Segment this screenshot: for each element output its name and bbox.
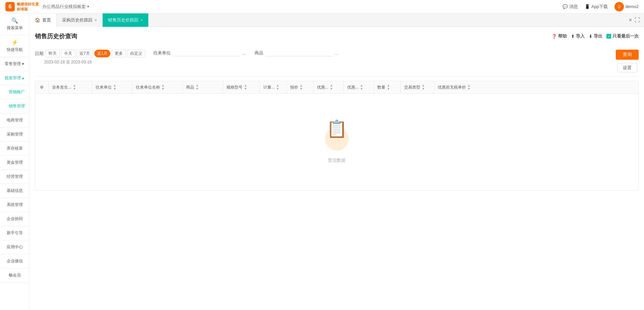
sort-icon: ▲▼	[467, 84, 471, 91]
close-tab-button[interactable]: ×	[629, 17, 632, 23]
topbar-right: 💬 消息 📱 App下载 D demo2	[562, 2, 639, 11]
col-disc2[interactable]: 优惠... ▲▼	[344, 81, 374, 93]
sidebar-item-enterprise[interactable]: 企业协同	[0, 212, 29, 226]
tab-actions: × ⛶	[629, 17, 644, 23]
setting-button[interactable]: 设置	[617, 63, 637, 72]
date-buttons: 昨天 今天 近7天 近1月 更多 自定义	[46, 50, 145, 57]
sidebar-item-sales-mgmt[interactable]: 销售管理	[0, 99, 29, 113]
col-disc1[interactable]: 优惠... ▲▼	[314, 81, 344, 93]
col-qty[interactable]: 数量 ▲▼	[374, 81, 401, 93]
chevron-down-icon: ▾	[87, 4, 89, 9]
message-icon: 💬	[562, 4, 568, 9]
col-notax-price[interactable]: 优惠前无税单价 ▲▼	[434, 81, 638, 93]
shortcut-icon: ⚡	[11, 39, 18, 46]
sort-icon: ▲▼	[330, 84, 333, 91]
date-btn-today[interactable]: 今天	[61, 50, 75, 57]
tab-home[interactable]: 🏠 首页	[30, 13, 57, 27]
date-btn-yesterday[interactable]: 昨天	[46, 50, 60, 57]
sort-icon: ▲▼	[360, 84, 363, 91]
user-menu[interactable]: D demo2	[614, 2, 639, 11]
filter-bar: 日期 昨天 今天 近7天 近1月 更多 自定义 2023-	[35, 46, 639, 77]
export-button[interactable]: ⬇ 导出	[589, 33, 602, 39]
sidebar-item-retail[interactable]: 零售管理 ▼	[0, 57, 29, 71]
date-btn-more[interactable]: 更多	[112, 50, 126, 57]
sidebar-item-inventory[interactable]: 库存核算	[0, 142, 29, 156]
sort-icon: ▲▼	[73, 84, 76, 91]
import-button[interactable]: ⬆ 导入	[571, 33, 585, 39]
sidebar-item-operations[interactable]: 经营管理	[0, 170, 29, 184]
sidebar-item-basic-info[interactable]: 基础信息	[0, 184, 29, 198]
sort-icon: ▲▼	[244, 84, 247, 91]
tab-purchase[interactable]: 采购历史价跟踪 ×	[57, 13, 103, 27]
logo-text: 畅捷信好生意 标准版	[17, 2, 39, 11]
sort-icon: ▲▼	[161, 84, 165, 91]
sidebar-item-guide[interactable]: 新手引导	[0, 226, 29, 240]
goods-input[interactable]	[265, 50, 332, 56]
sort-icon: ▲▼	[276, 84, 279, 91]
sidebar-item-vip[interactable]: 畅会员	[0, 268, 29, 282]
sidebar-item-wechat[interactable]: 企业微信	[0, 254, 29, 268]
page-content: 销售历史价查询 ❓ 帮助 ⬆ 导入 ⬇ 导出 ✓	[30, 27, 644, 310]
date-btn-custom[interactable]: 自定义	[127, 50, 145, 57]
date-range: 2023-02-18 至 2023-03-18	[44, 59, 145, 65]
date-filter-group: 日期 昨天 今天 近7天 近1月 更多 自定义 2023-	[35, 50, 145, 65]
col-settings[interactable]: ⚙	[35, 81, 49, 93]
sidebar-item-purchase[interactable]: 采购管理	[0, 127, 29, 142]
sidebar-item-system[interactable]: 系统管理	[0, 198, 29, 212]
tab-bar: 🏠 首页 采购历史价跟踪 × 销售历史价跟踪 × × ⛶	[30, 13, 644, 27]
tab-purchase-close[interactable]: ×	[95, 18, 97, 22]
help-icon: ❓	[551, 34, 557, 39]
help-button[interactable]: ❓ 帮助	[551, 33, 567, 39]
data-table: ⚙ 业务发生... ▲▼ 往来单位 ▲▼ 往来单位名称 ▲▼	[35, 81, 639, 191]
tab-sales[interactable]: 销售历史价跟踪 ×	[103, 13, 149, 27]
sidebar-item-finance[interactable]: 资金管理	[0, 156, 29, 170]
partner-input[interactable]	[173, 50, 240, 56]
col-price[interactable]: 报价 ▲▼	[287, 81, 314, 93]
sidebar-item-search[interactable]: 🔍 搜索菜单	[0, 13, 29, 35]
col-partner-code[interactable]: 往来单位 ▲▼	[92, 81, 132, 93]
sidebar-item-shortcut[interactable]: ⚡ 快捷导航	[0, 35, 29, 57]
topbar: 6 畅捷信好生意 标准版 办公用品行业模拟账套 ▾ 💬 消息 📱 App下载 D…	[0, 0, 644, 13]
sidebar-item-wholesale[interactable]: 批发管理 ▲	[0, 71, 29, 85]
partner-dots-button[interactable]: ...	[242, 50, 246, 56]
goods-dots-button[interactable]: ...	[334, 50, 339, 56]
goods-filter: 商品 ...	[255, 50, 339, 56]
sidebar-item-ecommerce[interactable]: 电商管理	[0, 113, 29, 127]
page-title: 销售历史价查询	[35, 32, 77, 40]
sort-icon: ▲▼	[387, 84, 390, 91]
date-btn-7days[interactable]: 近7天	[76, 50, 93, 57]
query-button[interactable]: 查询	[616, 50, 639, 60]
maximize-button[interactable]: ⛶	[635, 17, 640, 23]
date-filter: 日期 昨天 今天 近7天 近1月 更多 自定义	[35, 50, 145, 57]
logo-icon: 6	[5, 2, 15, 11]
col-trade-type[interactable]: 交易类型 ▲▼	[401, 81, 434, 93]
page-header: 销售历史价查询 ❓ 帮助 ⬆ 导入 ⬇ 导出 ✓	[35, 32, 639, 40]
logo-area: 6 畅捷信好生意 标准版	[5, 2, 39, 11]
avatar: D	[614, 2, 624, 11]
import-icon: ⬆	[571, 34, 575, 39]
settings-icon: ⚙	[40, 85, 44, 90]
only-last-checkbox[interactable]: ✓ 只看最后一次	[606, 33, 639, 39]
page-title-actions: ❓ 帮助 ⬆ 导入 ⬇ 导出 ✓ 只看最后一次	[551, 33, 639, 39]
sort-icon: ▲▼	[422, 84, 425, 91]
sidebar-item-app-center[interactable]: 应用中心	[0, 240, 29, 254]
col-goods[interactable]: 商品 ▲▼	[183, 81, 223, 93]
sidebar-item-marketing[interactable]: 营销推广	[0, 85, 29, 99]
col-partner-name[interactable]: 往来单位名称 ▲▼	[132, 81, 183, 93]
search-icon: 🔍	[11, 17, 18, 24]
topbar-left: 6 畅捷信好生意 标准版 办公用品行业模拟账套 ▾	[5, 2, 89, 11]
col-spec[interactable]: 规格型号 ▲▼	[223, 81, 260, 93]
tab-sales-close[interactable]: ×	[141, 18, 143, 22]
app-download-button[interactable]: 📱 App下载	[585, 4, 608, 10]
date-btn-1month[interactable]: 近1月	[94, 50, 111, 57]
sort-icon: ▲▼	[196, 84, 199, 91]
empty-image: 📋	[322, 120, 352, 151]
filter-row: 日期 昨天 今天 近7天 近1月 更多 自定义 2023-	[35, 50, 639, 72]
sort-icon: ▲▼	[113, 84, 116, 91]
app-selector[interactable]: 办公用品行业模拟账套 ▾	[42, 4, 89, 10]
message-button[interactable]: 💬 消息	[562, 4, 578, 10]
empty-text: 暂无数据	[328, 157, 345, 163]
col-unit[interactable]: 计量... ▲▼	[260, 81, 287, 93]
filter-fields: 日期 昨天 今天 近7天 近1月 更多 自定义 2023-	[35, 50, 610, 65]
col-biz-date[interactable]: 业务发生... ▲▼	[49, 81, 92, 93]
